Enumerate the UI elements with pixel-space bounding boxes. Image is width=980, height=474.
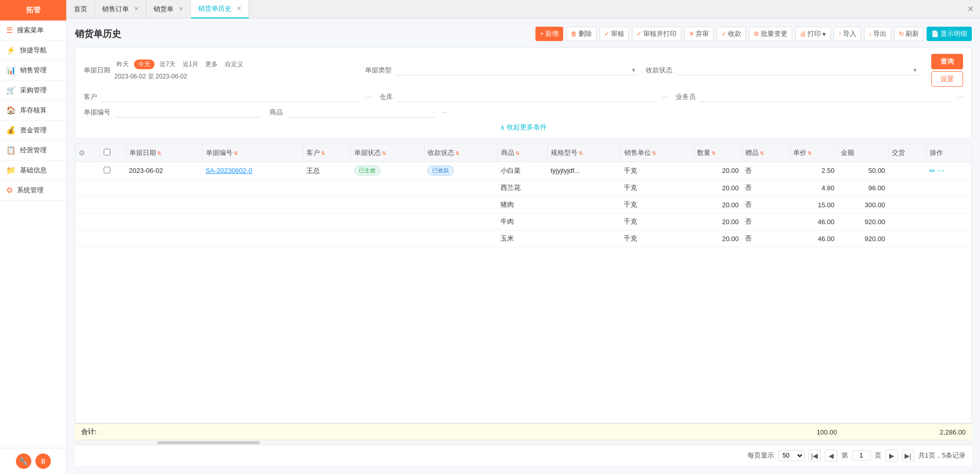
show-detail-button[interactable]: 📄 显示明细 [927,27,972,41]
col-doc-no[interactable]: 单据编号⇅ [202,144,303,162]
sidebar-item-search-menu[interactable]: ☰ 搜索菜单 [0,21,66,41]
refresh-button[interactable]: ↻ 刷新 [894,27,924,41]
tab-sales-order[interactable]: 销售订单 ✕ [95,0,146,18]
date-tab-7days[interactable]: 近7天 [158,60,178,69]
sidebar-item-base-info[interactable]: 📁 基础信息 [0,161,66,181]
goods-input[interactable] [287,107,436,117]
sidebar-item-ops-mgmt[interactable]: 📋 经营管理 [0,141,66,161]
col-spec[interactable]: 规格型号⇅ [547,144,621,162]
col-customer[interactable]: 客户⇅ [303,144,351,162]
warehouse-input[interactable] [397,92,656,102]
tab-close-sales-order[interactable]: ✕ [134,6,139,12]
row-doc-status [351,213,425,230]
row-check-cell[interactable] [101,230,126,247]
date-tab-1month[interactable]: 近1月 [181,60,201,69]
row-check-cell[interactable] [101,180,126,196]
doc-no-link[interactable]: SA-20230602-0 [205,167,252,174]
more-action-btn[interactable]: ⋯ [937,167,945,175]
date-tab-yesterday[interactable]: 昨天 [114,60,131,69]
col-goods[interactable]: 商品⇅ [497,144,547,162]
import-button[interactable]: ↑ 导入 [834,27,861,41]
receipt-status-select[interactable]: ▾ [677,65,919,75]
last-page-btn[interactable]: ▶| [902,449,914,462]
abandon-button[interactable]: ✕ 弃审 [684,27,714,41]
row-check-cell[interactable] [101,162,126,180]
row-check-cell[interactable] [101,196,126,213]
filter-row-2: 客户 ··· 仓库 ··· 业务员 ··· [84,92,963,102]
row-doc-date [126,196,202,213]
col-receipt-status[interactable]: 收款状态⇅ [425,144,498,162]
tab-close-sales-delivery[interactable]: ✕ [179,6,183,12]
col-unit[interactable]: 销售单位⇅ [621,144,694,162]
row-gift: 否 [742,213,790,230]
page-size-select[interactable]: 50 100 200 [778,450,804,461]
col-amount: 金额 [838,144,889,162]
col-gift[interactable]: 赠品⇅ [742,144,790,162]
date-tab-today[interactable]: 今天 [134,60,155,69]
row-check-cell[interactable] [101,213,126,230]
business-input[interactable] [700,92,952,102]
sidebar-bottom: 🔧 ⏸ [0,448,66,474]
col-doc-status[interactable]: 单据状态⇅ [351,144,425,162]
next-page-btn[interactable]: ▶ [886,449,898,462]
first-page-btn[interactable]: |◀ [809,449,821,462]
horizontal-scrollbar[interactable] [75,440,972,445]
edit-action-btn[interactable]: ✏ [929,167,935,175]
row-doc-no[interactable] [202,196,303,213]
row-checkbox[interactable] [104,167,110,173]
tab-close-sales-history[interactable]: ✕ [237,5,241,12]
batch-change-button[interactable]: ⚙ 批量变更 [749,27,792,41]
import-icon: ↑ [838,30,841,37]
tab-sales-delivery[interactable]: 销货单 ✕ [146,0,191,18]
col-price[interactable]: 单价⇅ [790,144,837,162]
audit-button[interactable]: ✓ 审核 [600,27,629,41]
row-doc-no[interactable] [202,213,303,230]
collect-button[interactable]: ✓ 收款 [717,27,746,41]
filter-group-date: 单据日期 昨天 今天 近7天 近1月 更多 自定义 2023-06-02 至 2… [84,60,357,81]
finance-icon: 💰 [6,126,16,135]
sidebar-item-finance[interactable]: 💰 资金管理 [0,121,66,141]
business-ellipsis[interactable]: ··· [958,93,963,101]
settings-bottom-btn[interactable]: 🔧 [16,453,31,469]
export-button[interactable]: ↓ 导出 [864,27,891,41]
doc-type-select[interactable]: ▾ [396,65,638,75]
audit-print-button[interactable]: ✓ 审核并打印 [632,27,681,41]
sidebar-item-sys-mgmt[interactable]: ⚙ 系统管理 [0,181,66,201]
table-header-row: ⚙ 单据日期⇅ 单据编号⇅ 客户⇅ 单据状态⇅ 收款状态⇅ 商品⇅ 规格型号⇅ … [75,144,971,162]
sidebar-item-inventory[interactable]: 🏠 库存核算 [0,101,66,121]
row-doc-no[interactable] [202,180,303,196]
prev-page-btn[interactable]: ◀ [825,449,837,462]
customer-ellipsis[interactable]: ··· [366,93,371,101]
scrollbar-thumb[interactable] [157,441,260,444]
sidebar-item-purchase-mgmt[interactable]: 🛒 采购管理 [0,81,66,101]
customer-input[interactable] [101,92,360,102]
table-row: 猪肉 千克 20.00 否 15.00 300.00 [75,196,971,213]
doc-no-input[interactable] [114,107,261,117]
warehouse-ellipsis[interactable]: ··· [662,93,667,101]
page-number-input[interactable] [852,450,871,461]
date-tab-custom[interactable]: 自定义 [223,60,245,69]
sidebar-item-quick-nav[interactable]: ⚡ 快捷导航 [0,41,66,61]
print-button[interactable]: 🖨 打印 ▾ [795,27,831,41]
col-gear[interactable]: ⚙ [75,144,101,162]
column-settings-icon[interactable]: ⚙ [79,149,85,157]
date-tab-more[interactable]: 更多 [203,60,220,69]
page-suffix: 页 [875,451,881,460]
tab-home[interactable]: 首页 [67,0,95,18]
collapse-button[interactable]: ∧ 收起更多条件 [84,123,963,132]
delete-button[interactable]: 🗑 删除 [566,27,597,41]
sidebar-item-sales-mgmt[interactable]: 📊 销售管理 [0,61,66,81]
tab-sales-history[interactable]: 销货单历史 ✕ [191,0,249,18]
goods-ellipsis[interactable]: ··· [442,109,447,116]
window-close-btn[interactable]: ✕ [961,4,980,14]
row-doc-no[interactable]: SA-20230602-0 [202,162,303,180]
col-qty[interactable]: 数量⇅ [694,144,742,162]
sort-doc-date-icon: ⇅ [157,150,161,156]
pause-bottom-btn[interactable]: ⏸ [35,453,51,469]
set-button[interactable]: 设置 [931,71,963,87]
row-doc-no[interactable] [202,230,303,247]
query-button[interactable]: 查询 [931,54,963,69]
new-button[interactable]: + 新增 [535,27,563,41]
select-all-checkbox[interactable] [104,149,110,155]
col-doc-date[interactable]: 单据日期⇅ [126,144,202,162]
